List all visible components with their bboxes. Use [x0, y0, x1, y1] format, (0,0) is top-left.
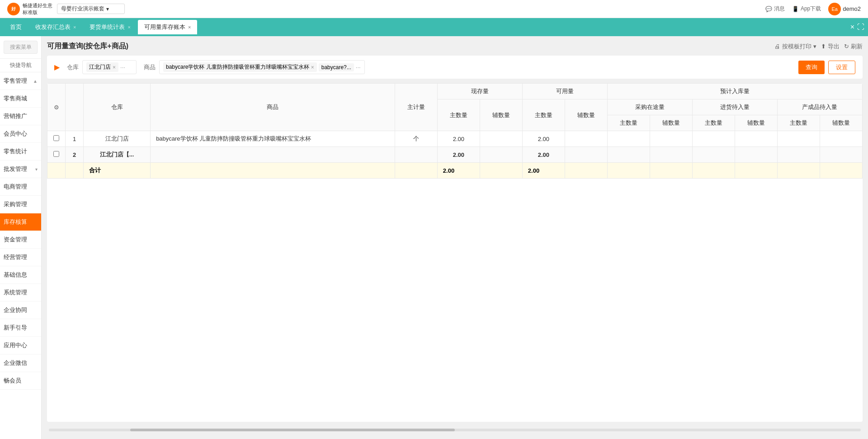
chevron-down-icon: ▾: [106, 6, 109, 12]
arrow-icon: ▾: [35, 167, 38, 172]
refresh-icon: ↻: [844, 43, 849, 50]
close-icon[interactable]: ×: [127, 24, 130, 30]
row-availsub-1: [565, 131, 607, 147]
download-icon: 📱: [792, 6, 799, 12]
tab-available[interactable]: 可用量库存账本 ×: [138, 20, 197, 34]
query-btn[interactable]: 查询: [798, 61, 825, 74]
col-production-arriving-header: 产成品待入量: [777, 99, 862, 115]
sidebar-item-inventory[interactable]: 库存核算: [0, 213, 41, 231]
tab-home[interactable]: 首页: [4, 20, 28, 34]
tab-order[interactable]: 要货单统计表 ×: [83, 20, 137, 34]
more-icon[interactable]: ···: [356, 64, 361, 71]
data-table: ⚙ 仓库 商品 主计量 现存量 可用量 预计入库量 主数量 辅数量 主数量: [47, 83, 863, 179]
row-prodarrivingmain-2: [777, 147, 820, 163]
sidebar-item-member[interactable]: 会员中心: [0, 125, 41, 143]
export-icon: ⬆: [821, 43, 826, 50]
row-checkbox-2[interactable]: [47, 147, 66, 163]
sidebar-item-retailstats[interactable]: 零售统计: [0, 143, 41, 160]
close-all-tabs-btn[interactable]: ×: [850, 23, 854, 31]
template-print-btn[interactable]: 🖨 按模板打印 ▾: [774, 42, 816, 51]
row-ponwaysub-1: [650, 131, 692, 147]
industry-select[interactable]: 母婴行业演示账套 ▾: [57, 4, 125, 14]
page-title: 可用量查询(按仓库+商品): [47, 42, 128, 51]
col-purchase-arriving-header: 进货待入量: [692, 99, 777, 115]
footer-label: 合计: [84, 163, 151, 179]
warehouse-filter: 仓库 江北门店 × ···: [67, 60, 137, 74]
tab-receive[interactable]: 收发存汇总表 ×: [29, 20, 82, 34]
content-area: 可用量查询(按仓库+商品) 🖨 按模板打印 ▾ ⬆ 导出 ↻ 刷新 ▶: [42, 36, 868, 439]
row-parrivingsub-2: [735, 147, 777, 163]
row-product-1: babycare学饮杯 儿童防摔防撞吸管杯重力球吸嘴杯宝宝水杯: [151, 131, 395, 147]
user-area[interactable]: Ea demo2: [828, 3, 861, 15]
sidebar-item-purchase[interactable]: 采购管理: [0, 196, 41, 213]
sidebar-item-retailmall[interactable]: 零售商城: [0, 90, 41, 108]
filter-expand-btn[interactable]: ▶: [54, 63, 60, 71]
export-btn[interactable]: ⬆ 导出: [821, 42, 840, 51]
col-purchase-onway-header: 采购在途量: [607, 99, 692, 115]
row-availsub-2: [565, 147, 607, 163]
sidebar-item-retail[interactable]: 零售管理 ▲: [0, 72, 41, 90]
table-footer: 合计 2.00 2.00: [47, 163, 863, 179]
col-prodarriving-main: 主数量: [777, 115, 820, 131]
col-mainunit-header: 主计量: [395, 84, 437, 131]
col-prodarriving-sub: 辅数量: [820, 115, 862, 131]
sidebar-item-finance[interactable]: 资金管理: [0, 231, 41, 249]
col-ponway-main: 主数量: [607, 115, 650, 131]
col-product-header: 商品: [151, 84, 395, 131]
more-icon[interactable]: ···: [120, 64, 125, 71]
sidebar-item-operations[interactable]: 经营管理: [0, 249, 41, 266]
product-filter: 商品 babycare学饮杯 儿童防摔防撞吸管杯重力球吸嘴杯宝宝水杯 × bab…: [144, 60, 365, 74]
expand-tabs-btn[interactable]: ⛶: [857, 23, 864, 31]
row-parrivingmain-2: [692, 147, 735, 163]
row-ponwaymain-2: [607, 147, 650, 163]
sidebar-item-marketing[interactable]: 营销推广: [0, 108, 41, 125]
col-avail-sub-header: 辅数量: [565, 99, 607, 131]
col-stock-sub-header: 辅数量: [480, 99, 522, 131]
close-icon[interactable]: ×: [73, 24, 76, 30]
row-ponwaysub-2: [650, 147, 692, 163]
row-parrivingmain-1: [692, 131, 735, 147]
settings-icon[interactable]: ⚙: [54, 104, 59, 111]
row-num-2: 2: [66, 147, 84, 163]
row-product-2: [151, 147, 395, 163]
arrow-icon: ▲: [33, 79, 38, 84]
remove-product-tag1[interactable]: ×: [311, 64, 314, 71]
search-menu-btn[interactable]: 搜索菜单: [4, 41, 38, 54]
sidebar-item-wholesale[interactable]: 批发管理 ▾: [0, 160, 41, 178]
row-checkbox-1[interactable]: [47, 131, 66, 147]
sidebar-item-system[interactable]: 系统管理: [0, 284, 41, 302]
sidebar-item-newbie[interactable]: 新手引导: [0, 319, 41, 337]
quick-nav-btn[interactable]: 快捷导航: [0, 59, 41, 72]
row-availmain-2: 2.00: [522, 147, 565, 163]
col-stock-main-header: 主数量: [437, 99, 480, 131]
row-prodarrivingsub-1: [820, 131, 862, 147]
product-tag2: babycare?...: [319, 63, 354, 71]
product-input[interactable]: babycare学饮杯 儿童防摔防撞吸管杯重力球吸嘴杯宝宝水杯 × babyca…: [159, 60, 365, 74]
warehouse-input[interactable]: 江北门店 × ···: [82, 60, 137, 74]
top-bar-left: 好 畅捷通好生意 标准版 母婴行业演示账套 ▾: [7, 2, 125, 15]
col-warehouse-header: 仓库: [84, 84, 151, 131]
setting-btn[interactable]: 设置: [828, 61, 855, 74]
logo-area: 好 畅捷通好生意 标准版: [7, 2, 52, 15]
sidebar-item-ecommerce[interactable]: 电商管理: [0, 178, 41, 196]
sidebar-item-appcenter[interactable]: 应用中心: [0, 337, 41, 354]
close-icon[interactable]: ×: [188, 24, 191, 30]
col-ponway-sub: 辅数量: [650, 115, 692, 131]
filter-bar: ▶ 仓库 江北门店 × ··· 商品 babycare学饮杯 儿童防摔防撞吸管杯…: [47, 56, 863, 79]
col-avail-main-header: 主数量: [522, 99, 565, 131]
horizontal-scrollbar[interactable]: [47, 426, 863, 434]
col-currentstock-header: 现存量: [437, 84, 522, 99]
main-layout: 搜索菜单 快捷导航 零售管理 ▲ 零售商城 营销推广 会员中心 零售统计 批发管…: [0, 36, 868, 439]
sidebar-item-basic[interactable]: 基础信息: [0, 266, 41, 284]
top-bar-right: 💬 消息 📱 App下载 Ea demo2: [765, 3, 861, 15]
app-download-btn[interactable]: 📱 App下载: [792, 5, 821, 13]
sidebar-item-enterprise[interactable]: 企业协同: [0, 302, 41, 319]
message-btn[interactable]: 💬 消息: [765, 5, 785, 13]
table-row: 1 江北门店 babycare学饮杯 儿童防摔防撞吸管杯重力球吸嘴杯宝宝水杯 个…: [47, 131, 863, 147]
sidebar-item-member2[interactable]: 畅会员: [0, 372, 41, 390]
sidebar-item-entwechat[interactable]: 企业微信: [0, 354, 41, 372]
row-warehouse-2: 江北门店【...: [84, 147, 151, 163]
remove-warehouse-tag[interactable]: ×: [113, 64, 116, 71]
scroll-thumb[interactable]: [130, 429, 455, 431]
refresh-btn[interactable]: ↻ 刷新: [844, 42, 863, 51]
